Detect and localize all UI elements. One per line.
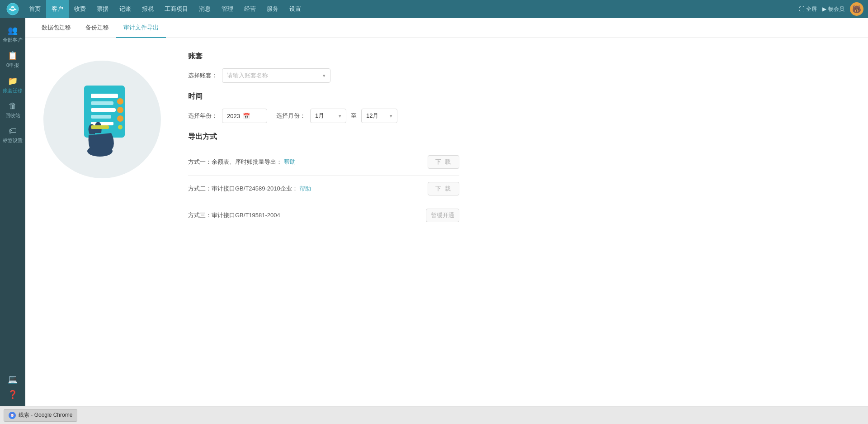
- export-method-1-text: 方式一：余额表、序时账批量导出：: [188, 158, 282, 165]
- sidebar-bottom-icon-2[interactable]: ❓: [6, 388, 19, 401]
- account-select-placeholder: 请输入账套名称: [227, 71, 268, 80]
- tab-bar: 数据包迁移 备份迁移 审计文件导出: [25, 18, 868, 38]
- nav-invoice[interactable]: 票据: [91, 0, 114, 18]
- taskbar-item-label: 线索 - Google Chrome: [19, 411, 72, 419]
- svg-rect-6: [91, 115, 111, 119]
- month-start-select[interactable]: 1月 ▾: [310, 109, 346, 123]
- month-start-value: 1月: [315, 112, 324, 120]
- customers-icon: 👥: [8, 25, 18, 35]
- illustration-circle: [43, 61, 161, 178]
- sidebar-item-label: 全部客户: [3, 37, 23, 43]
- avatar[interactable]: 🐻: [850, 2, 863, 16]
- nav-manage[interactable]: 管理: [216, 0, 239, 18]
- sidebar-item-tag-settings[interactable]: 🏷 标签设置: [0, 123, 25, 148]
- export-method-2-label: 方式二：审计接口GB/T24589-2010企业： 帮助: [188, 185, 423, 193]
- month-end-select[interactable]: 12月 ▾: [361, 109, 397, 123]
- sidebar-item-label: 标签设置: [3, 137, 23, 144]
- nav-business[interactable]: 工商项目: [159, 0, 193, 18]
- svg-point-11: [118, 125, 123, 129]
- top-navigation: 首页 客户 收费 票据 记账 报税 工商项目 消息 管理 经营 服务 设置 ⛶ …: [0, 0, 868, 18]
- illustration-area: [43, 52, 161, 392]
- svg-point-8: [117, 98, 123, 105]
- nav-tax[interactable]: 报税: [137, 0, 159, 18]
- account-select-row: 选择账套： 请输入账套名称 ▾: [188, 68, 459, 83]
- export-method-3-text: 方式三：审计接口GB/T19581-2004: [188, 212, 280, 219]
- year-label: 选择年份：: [188, 112, 217, 120]
- fullscreen-button[interactable]: ⛶ 全屏: [799, 5, 817, 13]
- account-section-title: 账套: [188, 52, 459, 61]
- nav-fee[interactable]: 收费: [69, 0, 91, 18]
- chevron-down-icon-month-end: ▾: [390, 113, 392, 119]
- time-row: 选择年份： 2023 📅 选择月份： 1月 ▾ 至 12月 ▾: [188, 109, 459, 123]
- export-method-2-help[interactable]: 帮助: [299, 185, 311, 192]
- export-method-2-download-button[interactable]: 下 载: [428, 182, 459, 195]
- tag-icon: 🏷: [9, 126, 17, 136]
- illustration-svg: [66, 76, 138, 162]
- export-method-1-help[interactable]: 帮助: [284, 158, 296, 165]
- export-method-3-row: 方式三：审计接口GB/T19581-2004 暂缓开通: [188, 202, 459, 229]
- svg-point-10: [117, 115, 123, 122]
- migration-icon: 📁: [8, 76, 18, 86]
- declare-icon: 📋: [8, 51, 18, 61]
- fullscreen-label: 全屏: [806, 5, 817, 13]
- svg-rect-3: [91, 94, 118, 98]
- sidebar-item-account-migration[interactable]: 📁 账套迁移: [0, 72, 25, 98]
- export-method-1-label: 方式一：余额表、序时账批量导出： 帮助: [188, 158, 423, 166]
- nav-service[interactable]: 服务: [261, 0, 284, 18]
- trash-icon: 🗑: [9, 101, 17, 111]
- chevron-down-icon-month: ▾: [339, 113, 341, 119]
- nav-right-area: ⛶ 全屏 ▶ 畅会员 🐻: [799, 2, 863, 16]
- taskbar-chrome-item[interactable]: 线索 - Google Chrome: [4, 409, 77, 422]
- svg-rect-4: [91, 101, 113, 105]
- month-end-value: 12月: [366, 112, 378, 120]
- export-method-3-label: 方式三：审计接口GB/T19581-2004: [188, 211, 421, 219]
- svg-point-0: [7, 3, 19, 15]
- nav-items: 首页 客户 收费 票据 记账 报税 工商项目 消息 管理 经营 服务 设置: [24, 0, 799, 18]
- year-value: 2023: [227, 113, 240, 119]
- time-separator: 至: [351, 112, 357, 120]
- export-section: 方式一：余额表、序时账批量导出： 帮助 下 载 方式二：审计接口GB/T2458…: [188, 149, 459, 229]
- time-section-title: 时间: [188, 92, 459, 101]
- svg-rect-7: [91, 122, 113, 125]
- export-method-1-download-button[interactable]: 下 载: [428, 155, 459, 169]
- month-label: 选择月份：: [276, 112, 306, 120]
- tab-backup-migration[interactable]: 备份迁移: [78, 18, 116, 38]
- svg-rect-5: [91, 108, 116, 112]
- form-area: 账套 选择账套： 请输入账套名称 ▾ 时间 选择年份： 2023 📅: [188, 52, 459, 392]
- sidebar-item-label: 账套迁移: [3, 87, 23, 94]
- nav-home[interactable]: 首页: [24, 0, 46, 18]
- chevron-down-icon: ▾: [323, 73, 326, 79]
- account-select-label: 选择账套：: [188, 71, 217, 80]
- tab-audit-export[interactable]: 审计文件导出: [116, 18, 166, 38]
- nav-customer[interactable]: 客户: [46, 0, 69, 18]
- nav-operation[interactable]: 经营: [239, 0, 261, 18]
- chrome-icon: [9, 412, 16, 419]
- tab-data-migration[interactable]: 数据包迁移: [34, 18, 78, 38]
- export-method-1-row: 方式一：余额表、序时账批量导出： 帮助 下 载: [188, 149, 459, 176]
- nav-settings[interactable]: 设置: [284, 0, 307, 18]
- vip-label: 畅会员: [828, 5, 844, 13]
- vip-icon: ▶: [822, 6, 826, 12]
- nav-message[interactable]: 消息: [193, 0, 216, 18]
- main-layout: 👥 全部客户 📋 0申报 📁 账套迁移 🗑 回收站 🏷 标签设置 💻 ❓ 数据包…: [0, 18, 868, 406]
- export-method-2-row: 方式二：审计接口GB/T24589-2010企业： 帮助 下 载: [188, 176, 459, 202]
- calendar-icon: 📅: [243, 113, 250, 119]
- app-logo[interactable]: [5, 1, 21, 17]
- sidebar-bottom-icon-1[interactable]: 💻: [6, 372, 19, 386]
- export-method-2-text: 方式二：审计接口GB/T24589-2010企业：: [188, 185, 298, 192]
- fullscreen-icon: ⛶: [799, 6, 804, 12]
- export-section-title: 导出方式: [188, 132, 459, 142]
- sidebar-item-label: 回收站: [5, 112, 20, 119]
- nav-bookkeeping[interactable]: 记账: [114, 0, 137, 18]
- export-method-3-temp-button[interactable]: 暂缓开通: [426, 209, 459, 222]
- sidebar-item-zero-declare[interactable]: 📋 0申报: [0, 47, 25, 72]
- svg-rect-13: [91, 125, 109, 129]
- taskbar: 线索 - Google Chrome: [0, 406, 868, 424]
- sidebar-bottom: 💻 ❓: [6, 372, 19, 406]
- sidebar-item-all-customers[interactable]: 👥 全部客户: [0, 22, 25, 47]
- vip-button[interactable]: ▶ 畅会员: [822, 5, 844, 13]
- year-input[interactable]: 2023 📅: [222, 109, 267, 123]
- sidebar-item-label: 0申报: [6, 62, 19, 69]
- sidebar-item-trash[interactable]: 🗑 回收站: [0, 98, 25, 123]
- account-select[interactable]: 请输入账套名称 ▾: [222, 68, 330, 83]
